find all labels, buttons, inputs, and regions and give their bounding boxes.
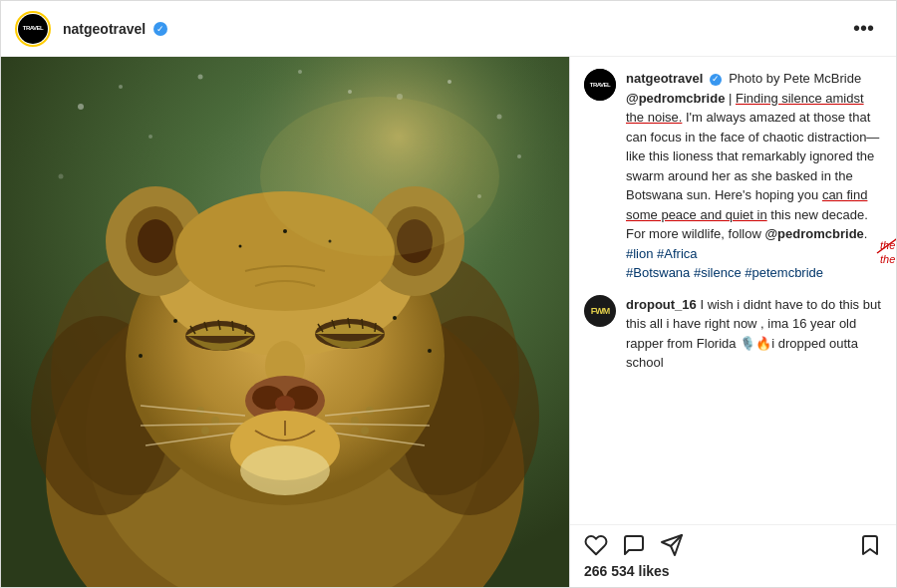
- caption-text: natgeotravel Photo by Pete McBride @pedr…: [626, 69, 882, 283]
- svg-point-2: [78, 104, 84, 110]
- comment-dropout16: FWM dropout_16 I wish i didnt have to do…: [584, 295, 882, 373]
- action-icons-row: [584, 533, 882, 557]
- svg-line-35: [232, 321, 233, 331]
- hashtag-botswana[interactable]: #Botswana: [626, 265, 690, 280]
- post-image: [1, 57, 569, 587]
- svg-point-10: [149, 135, 152, 139]
- svg-point-4: [198, 75, 203, 80]
- annotation-text: the core idea of the story: [880, 238, 896, 267]
- post-body: TRAVEL natgeotravel Photo by Pete McBrid…: [1, 57, 896, 587]
- comment-avatar-dropout[interactable]: FWM: [584, 295, 616, 327]
- svg-point-75: [139, 354, 143, 358]
- svg-point-11: [517, 154, 521, 158]
- header-username[interactable]: natgeotravel: [63, 21, 146, 37]
- share-icon: [660, 533, 684, 557]
- comment-icon: [622, 533, 646, 557]
- svg-point-9: [348, 90, 352, 94]
- verified-badge-caption: [710, 74, 722, 86]
- svg-point-71: [393, 316, 397, 320]
- svg-point-53: [361, 427, 369, 435]
- caption-body: Photo by Pete McBride @pedromcbride | Fi…: [626, 71, 879, 280]
- more-options-button[interactable]: •••: [845, 17, 882, 40]
- header-avatar[interactable]: TRAVEL: [15, 11, 51, 47]
- svg-point-47: [275, 396, 295, 412]
- comment-username-dropout[interactable]: dropout_16: [626, 297, 697, 312]
- mention-pedromcbride[interactable]: @pedromcbride: [626, 91, 725, 106]
- hashtag-lion[interactable]: #lion: [626, 246, 653, 261]
- caption-avatar[interactable]: TRAVEL: [584, 69, 616, 101]
- verified-badge-header: [153, 22, 167, 36]
- svg-line-42: [375, 323, 376, 332]
- hashtag-silence[interactable]: #silence: [694, 265, 742, 280]
- svg-point-73: [239, 245, 242, 248]
- bookmark-button[interactable]: [858, 533, 882, 557]
- header-username-container: natgeotravel: [63, 20, 167, 38]
- likes-count: 266 534 likes: [584, 563, 882, 579]
- lion-photo: [1, 57, 569, 587]
- svg-line-36: [245, 325, 246, 334]
- share-button[interactable]: [660, 533, 684, 557]
- underlined-phrase-2: can find some peace and quiet in: [626, 187, 867, 222]
- svg-point-8: [497, 115, 502, 120]
- heart-icon: [584, 533, 608, 557]
- mention-pedromcbride-2[interactable]: @pedromcbride: [764, 226, 863, 241]
- svg-point-77: [260, 97, 499, 256]
- like-button[interactable]: [584, 533, 608, 557]
- hashtag-petemcbride[interactable]: #petemcbride: [745, 265, 823, 280]
- bookmark-icon: [858, 533, 882, 557]
- caption-username[interactable]: natgeotravel: [626, 71, 703, 86]
- svg-point-72: [283, 229, 287, 233]
- svg-point-12: [59, 174, 64, 179]
- post-right-panel: TRAVEL natgeotravel Photo by Pete McBrid…: [569, 57, 896, 587]
- comment-text-dropout: dropout_16 I wish i didnt have to do thi…: [626, 295, 882, 373]
- hashtag-africa[interactable]: #Africa: [657, 246, 697, 261]
- svg-point-65: [138, 219, 173, 263]
- svg-point-76: [428, 349, 432, 353]
- svg-point-7: [448, 80, 451, 84]
- svg-point-3: [119, 85, 123, 89]
- post-caption: TRAVEL natgeotravel Photo by Pete McBrid…: [584, 69, 882, 283]
- post-header: TRAVEL natgeotravel •••: [1, 1, 896, 57]
- instagram-post: TRAVEL natgeotravel •••: [0, 0, 897, 588]
- svg-point-5: [298, 70, 302, 74]
- captions-area[interactable]: TRAVEL natgeotravel Photo by Pete McBrid…: [570, 57, 896, 524]
- post-actions: 266 534 likes: [570, 524, 896, 587]
- svg-point-50: [201, 427, 209, 435]
- svg-line-41: [362, 319, 363, 329]
- svg-point-70: [173, 319, 177, 323]
- svg-point-62: [240, 445, 330, 495]
- comment-button[interactable]: [622, 533, 646, 557]
